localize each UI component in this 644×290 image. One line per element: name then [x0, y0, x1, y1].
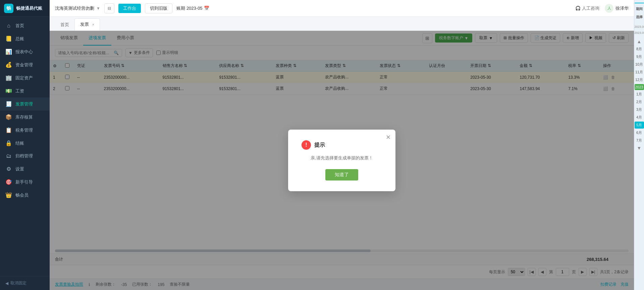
modal-body: 亲,请先选择要生成单据的发票！ — [302, 155, 382, 161]
period-month-9[interactable]: 9月 — [635, 53, 644, 60]
period-selector[interactable]: 账期 2023-05 📅 — [176, 5, 209, 11]
period-month-2[interactable]: 2月 — [635, 98, 644, 105]
fund-icon: 💰 — [5, 62, 12, 68]
sidebar-item-member[interactable]: 👑 畅会员 — [0, 189, 50, 202]
sidebar-label-guide: 新手引导 — [15, 179, 33, 185]
panel-indicator — [635, 3, 644, 3]
company-name: 沈海英测试经营勿删 — [55, 5, 94, 11]
sidebar: 畅 畅捷通易代账 ⌂ 首页 📒 总账 📊 报表中心 💰 资金管理 🏢 固定资产 … — [0, 0, 50, 290]
period-year-top: 2023.05 — [635, 24, 644, 29]
logo-icon: 畅 — [4, 4, 13, 13]
period-header-2: 选择 — [635, 13, 643, 21]
period-month-7[interactable]: 7月 — [635, 137, 644, 144]
sidebar-item-invoice[interactable]: 🧾 发票管理 — [0, 97, 50, 111]
sidebar-label-ledger: 总账 — [15, 36, 24, 42]
modal-footer: 知道了 — [302, 169, 382, 180]
member-icon: 👑 — [5, 192, 12, 198]
avatar: 人 — [605, 4, 613, 13]
settings-icon: ⚙ — [5, 166, 12, 172]
sidebar-item-ledger[interactable]: 📒 总账 — [0, 32, 50, 45]
tab-home-label: 首页 — [60, 22, 69, 27]
tab-close-icon[interactable]: × — [92, 22, 94, 26]
sidebar-item-close-account[interactable]: 🔒 结账 — [0, 137, 50, 150]
calendar-icon: 📅 — [204, 6, 209, 11]
service-button[interactable]: 🎧 人工咨询 — [575, 5, 599, 11]
close-account-icon: 🔒 — [5, 140, 12, 146]
sidebar-item-report[interactable]: 📊 报表中心 — [0, 45, 50, 58]
sidebar-label-inventory: 库存核算 — [15, 114, 33, 120]
sidebar-item-fund[interactable]: 💰 资金管理 — [0, 58, 50, 71]
period-month-11[interactable]: 11月 — [635, 69, 644, 76]
sidebar-label-fund: 资金管理 — [15, 62, 33, 68]
sidebar-logo: 畅 畅捷通易代账 — [0, 0, 50, 17]
tab-home[interactable]: 首页 — [55, 19, 74, 30]
report-icon: 📊 — [5, 49, 12, 55]
modal-dialog: ✕ ! 提示 亲,请先选择要生成单据的发票！ 知道了 — [288, 130, 395, 191]
sidebar-label-salary: 工资 — [15, 88, 24, 94]
modal-header: ! 提示 — [302, 140, 382, 150]
period-month-12[interactable]: 12月 — [635, 76, 644, 83]
content-area: 销项发票 进项发票 费用小票 ⊞ 税务数字账户 ▼ 取票 ▼ ⊞ — [50, 31, 634, 290]
salary-icon: 💵 — [5, 88, 12, 94]
ledger-icon: 📒 — [5, 35, 12, 42]
sidebar-label-report: 报表中心 — [15, 49, 33, 55]
invoice-icon: 🧾 — [5, 101, 12, 107]
service-label: 人工咨询 — [582, 5, 599, 11]
period-up-icon[interactable]: ▲ — [636, 38, 642, 45]
switch-version-button[interactable]: 切到旧版 — [145, 3, 172, 13]
sidebar-label-archive: 归档管理 — [15, 153, 33, 159]
sidebar-item-guide[interactable]: 🎯 新手引导 — [0, 175, 50, 189]
sidebar-label-tax: 税务管理 — [15, 127, 33, 133]
sidebar-item-asset[interactable]: 🏢 固定资产 — [0, 71, 50, 84]
sidebar-label-home: 首页 — [15, 23, 24, 29]
tab-invoice-label: 发票 — [80, 22, 89, 27]
period-month-1[interactable]: 1月 — [635, 91, 644, 98]
sidebar-label-invoice: 发票管理 — [15, 101, 33, 107]
sidebar-item-tax[interactable]: 📋 税务管理 — [0, 124, 50, 137]
modal-message: 亲,请先选择要生成单据的发票！ — [311, 155, 373, 160]
sidebar-label-member: 畅会员 — [15, 192, 29, 198]
settings-small-icon: ⊟ — [108, 6, 111, 11]
period-down-icon[interactable]: ▼ — [636, 145, 642, 151]
sidebar-label-asset: 固定资产 — [15, 75, 33, 81]
app-title: 畅捷通易代账 — [16, 5, 42, 11]
sidebar-label-close: 结账 — [15, 140, 24, 146]
sidebar-item-salary[interactable]: 💵 工资 — [0, 84, 50, 97]
period-month-8[interactable]: 8月 — [635, 46, 644, 53]
archive-icon: 🗂 — [5, 153, 12, 159]
period-month-6[interactable]: 6月 — [635, 129, 644, 136]
main-area: 沈海英测试经营勿删 ▼ ⊟ 工作台 切到旧版 账期 2023-05 📅 🎧 人工… — [50, 0, 634, 290]
sidebar-footer[interactable]: ◀ 取消固定 — [0, 276, 50, 290]
modal-overlay: ✕ ! 提示 亲,请先选择要生成单据的发票！ 知道了 — [50, 31, 634, 290]
sidebar-item-inventory[interactable]: 📦 库存核算 — [0, 111, 50, 124]
workspace-button[interactable]: 工作台 — [118, 4, 141, 13]
sidebar-item-home[interactable]: ⌂ 首页 — [0, 19, 50, 32]
sidebar-item-settings[interactable]: ⚙ 设置 — [0, 162, 50, 175]
period-month-5[interactable]: 5月 — [635, 122, 644, 129]
sidebar-nav: ⌂ 首页 📒 总账 📊 报表中心 💰 资金管理 🏢 固定资产 💵 工资 🧾 发票… — [0, 17, 50, 276]
tax-icon: 📋 — [5, 127, 12, 133]
topbar: 沈海英测试经营勿删 ▼ ⊟ 工作台 切到旧版 账期 2023-05 📅 🎧 人工… — [50, 0, 634, 17]
tab-invoice[interactable]: 发票 × — [74, 18, 100, 30]
company-settings-button[interactable]: ⊟ — [104, 3, 114, 13]
asset-icon: 🏢 — [5, 75, 12, 81]
username: 徐泽华 — [615, 5, 629, 11]
period-month-10[interactable]: 10月 — [635, 61, 644, 68]
modal-title: 提示 — [314, 142, 325, 149]
unpin-label: 取消固定 — [10, 280, 26, 286]
modal-warning-icon: ! — [302, 140, 311, 150]
unpin-icon: ◀ — [5, 281, 8, 286]
period-2023-05-2: 2023.05 — [635, 30, 644, 35]
service-icon: 🎧 — [575, 6, 581, 11]
user-menu[interactable]: 人 徐泽华 — [605, 4, 629, 13]
company-selector[interactable]: 沈海英测试经营勿删 ▼ — [55, 5, 100, 11]
modal-confirm-button[interactable]: 知道了 — [325, 169, 358, 180]
sidebar-item-archive[interactable]: 🗂 归档管理 — [0, 150, 50, 162]
period-value: 2023-05 — [186, 6, 203, 11]
period-month-4[interactable]: 4月 — [635, 114, 644, 121]
modal-close-button[interactable]: ✕ — [386, 134, 391, 141]
period-month-3[interactable]: 3月 — [635, 106, 644, 113]
tabbar: 首页 发票 × — [50, 17, 634, 31]
topbar-right: 🎧 人工咨询 人 徐泽华 — [575, 4, 629, 13]
period-year-2023[interactable]: 2023 — [635, 84, 644, 90]
